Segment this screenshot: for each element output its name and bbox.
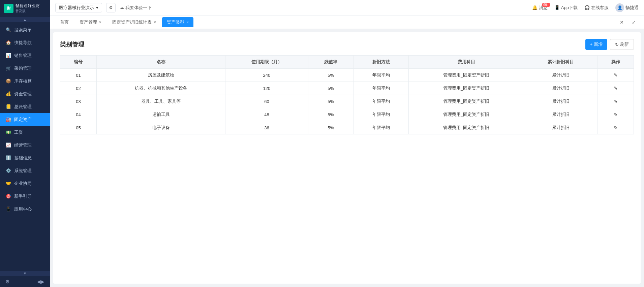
cell-4-5: 管理费用_固定资产折旧: [408, 121, 524, 134]
th-4: 折旧方法: [354, 56, 408, 69]
bell-icon: 🔔: [532, 5, 538, 10]
cell-0-2: 240: [225, 69, 308, 82]
sidebar-item-sales[interactable]: 📊 销售管理: [0, 49, 50, 62]
category-table: 编号名称使用期限（月）残值率折旧方法费用科目累计折旧科目操作 01房屋及建筑物2…: [60, 55, 634, 134]
app-download-button[interactable]: 📱 App下载: [554, 5, 578, 11]
th-2: 使用期限（月）: [225, 56, 308, 69]
ledger-icon: 📒: [5, 104, 11, 110]
expand-tab-button[interactable]: ⤢: [629, 18, 639, 27]
sidebar-item-funds[interactable]: 💰 资金管理: [0, 88, 50, 100]
edit-button[interactable]: ✎: [597, 82, 634, 95]
cell-3-1: 运输工具: [96, 108, 225, 121]
notifications-badge: 99+: [542, 3, 550, 7]
refresh-icon: ↻: [615, 42, 619, 47]
new-button[interactable]: + 新增: [585, 39, 607, 50]
sidebar-item-payroll[interactable]: 💵 工资: [0, 126, 50, 139]
guide-icon: 🎯: [5, 193, 11, 199]
chevron-down-icon: ▾: [96, 5, 98, 10]
th-3: 残值率: [308, 56, 354, 69]
tab-close-icon[interactable]: ×: [154, 20, 156, 25]
notifications-button[interactable]: 🔔 消息 99+: [532, 5, 548, 11]
sidebar-item-search[interactable]: 🔍 搜索菜单: [0, 24, 50, 36]
company-selector[interactable]: 医疗器械行业演示 ▾: [55, 3, 102, 12]
system-icon: ⚙️: [5, 168, 11, 174]
cell-3-6: 累计折旧: [524, 108, 597, 121]
cell-0-1: 房屋及建筑物: [96, 69, 225, 82]
sidebar-item-label: 总账管理: [14, 104, 32, 110]
sidebar-item-operations[interactable]: 📈 经营管理: [0, 139, 50, 152]
cell-0-3: 5%: [308, 69, 354, 82]
topbar: 医疗器械行业演示 ▾ ⚙ ☁ 我要体验一下 🔔 消息 99+ 📱 App下载 🎧…: [50, 0, 644, 15]
sidebar-item-label: 资金管理: [14, 91, 32, 97]
settings-gear-button[interactable]: ⚙: [106, 3, 116, 12]
settings-icon[interactable]: ⚙: [5, 279, 10, 284]
refresh-button[interactable]: ↻ 刷新: [610, 39, 634, 50]
page-title: 类别管理: [60, 40, 84, 49]
user-label: 畅捷通: [625, 5, 639, 11]
edit-button[interactable]: ✎: [597, 121, 634, 134]
topbar-right: 🔔 消息 99+ 📱 App下载 🎧 在线客服 👤 畅捷通: [532, 3, 639, 12]
sidebar-item-basic-info[interactable]: ℹ️ 基础信息: [0, 152, 50, 164]
experience-button[interactable]: ☁ 我要体验一下: [120, 5, 152, 11]
tab-asset-mgmt[interactable]: 资产管理×: [75, 17, 106, 27]
th-0: 编号: [60, 56, 97, 69]
logo-text: 畅捷通好业财: [16, 3, 40, 9]
payroll-icon: 💵: [5, 129, 11, 135]
cell-1-6: 累计折旧: [524, 82, 597, 95]
sidebar-item-label: 采购管理: [14, 65, 32, 71]
tab-home[interactable]: 首页: [55, 17, 73, 27]
edit-button[interactable]: ✎: [597, 69, 634, 82]
tab-label: 首页: [60, 19, 69, 25]
cell-2-3: 5%: [308, 95, 354, 108]
tab-depreciation-table[interactable]: 固定资产折旧统计表×: [108, 17, 161, 27]
sidebar-item-app-center[interactable]: 📱 应用中心: [0, 203, 50, 216]
cell-1-2: 120: [225, 82, 308, 95]
scroll-down-area: ▼: [0, 271, 50, 276]
sidebar-item-label: 企业协同: [14, 181, 32, 187]
edit-button[interactable]: ✎: [597, 95, 634, 108]
sidebar-item-label: 固定资产: [14, 117, 32, 123]
search-icon: 🔍: [5, 27, 11, 33]
operations-icon: 📈: [5, 142, 11, 148]
user-button[interactable]: 👤 畅捷通: [615, 3, 639, 12]
app-center-icon: 📱: [5, 206, 11, 212]
sidebar-item-guide[interactable]: 🎯 新手引导: [0, 190, 50, 203]
sidebar-item-label: 库存核算: [14, 78, 32, 84]
sidebar-item-enterprise[interactable]: 🤝 企业协同: [0, 177, 50, 190]
sidebar: 财 畅捷通好业财 普及版 ▲ 🔍 搜索菜单 🏠 快捷导航 📊 销售管理 🛒 采购…: [0, 0, 50, 287]
customer-service-button[interactable]: 🎧 在线客服: [584, 5, 609, 11]
sidebar-item-fixed-assets[interactable]: 🏭 固定资产: [0, 113, 50, 126]
tab-label: 固定资产折旧统计表: [112, 19, 152, 25]
tab-close-icon[interactable]: ×: [99, 20, 101, 25]
scroll-down-icon[interactable]: ▼: [23, 272, 27, 275]
sidebar-item-quicknav[interactable]: 🏠 快捷导航: [0, 36, 50, 49]
experience-label: 我要体验一下: [125, 5, 152, 11]
cell-1-0: 02: [60, 82, 97, 95]
collapse-icon[interactable]: ◀▶: [37, 279, 44, 284]
table-row: 03器具、工具、家具等605%年限平均管理费用_固定资产折旧累计折旧✎: [60, 95, 634, 108]
sidebar-item-label: 快捷导航: [14, 40, 32, 46]
sidebar-item-label: 工资: [14, 129, 23, 135]
scroll-up-icon[interactable]: ▲: [23, 18, 27, 22]
sales-icon: 📊: [5, 53, 11, 59]
sidebar-item-inventory[interactable]: 📦 库存核算: [0, 75, 50, 88]
sidebar-item-label: 销售管理: [14, 53, 32, 59]
page-header: 类别管理 + 新增 ↻ 刷新: [60, 39, 634, 50]
tab-close-icon[interactable]: ×: [186, 20, 189, 25]
cell-2-5: 管理费用_固定资产折旧: [408, 95, 524, 108]
cell-4-2: 36: [225, 121, 308, 134]
header-actions: + 新增 ↻ 刷新: [585, 39, 634, 50]
headset-icon: 🎧: [584, 5, 590, 10]
tab-asset-type[interactable]: 资产类型×: [162, 17, 193, 27]
close-tab-button[interactable]: ✕: [617, 18, 626, 27]
th-5: 费用科目: [408, 56, 524, 69]
edit-button[interactable]: ✎: [597, 108, 634, 121]
table-header: 编号名称使用期限（月）残值率折旧方法费用科目累计折旧科目操作: [60, 56, 634, 69]
sidebar-item-purchase[interactable]: 🛒 采购管理: [0, 62, 50, 75]
purchase-icon: 🛒: [5, 65, 11, 71]
cell-4-4: 年限平均: [354, 121, 408, 134]
sidebar-item-ledger[interactable]: 📒 总账管理: [0, 100, 50, 113]
cell-3-4: 年限平均: [354, 108, 408, 121]
sidebar-item-system[interactable]: ⚙️ 系统管理: [0, 164, 50, 177]
mobile-icon: 📱: [554, 5, 560, 10]
